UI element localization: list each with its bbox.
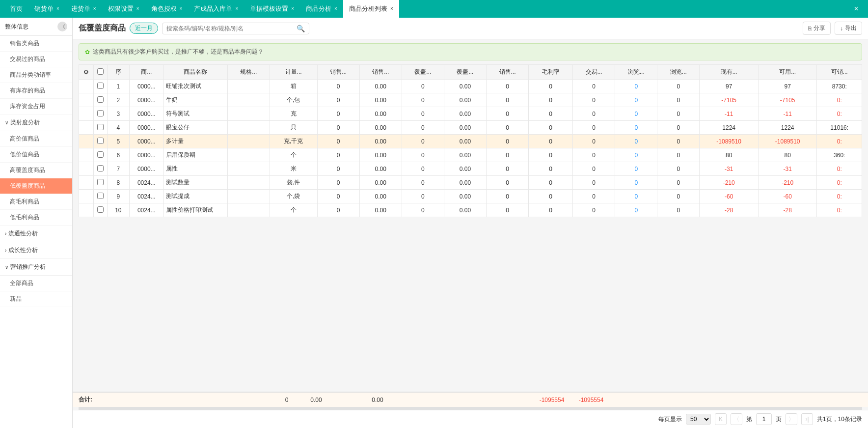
sidebar-item-high-coverage[interactable]: 高覆盖度商品	[0, 163, 72, 178]
sidebar-section-marketing[interactable]: ∨ 营销推广分析	[0, 259, 72, 276]
col-code-header[interactable]: 商...	[129, 65, 163, 80]
sidebar-item-low-margin[interactable]: 低毛利商品	[0, 210, 72, 226]
select-all-checkbox[interactable]	[97, 68, 104, 75]
col-trade-header[interactable]: 交易...	[573, 65, 615, 80]
sidebar-item-low-value[interactable]: 低价值商品	[0, 147, 72, 163]
sidebar-item-category-rate[interactable]: 商品分类动销率	[0, 67, 72, 83]
nav-role-close[interactable]: ×	[180, 0, 183, 18]
name-cell: 牛奶	[163, 93, 227, 107]
sidebar-item-new-goods[interactable]: 新品	[0, 291, 72, 307]
b2-cell: 0	[657, 93, 700, 107]
next-page-btn[interactable]: 〉	[786, 413, 797, 425]
sellable-cell: 0:	[817, 203, 862, 217]
last-page-btn[interactable]: ›|	[801, 413, 813, 425]
sidebar-item-sales-goods[interactable]: 销售类商品	[0, 36, 72, 52]
col-spec-header[interactable]: 规格...	[227, 65, 270, 80]
export-btn[interactable]: ↓ 导出	[835, 22, 862, 35]
margin-cell: 0	[529, 176, 573, 190]
seq-cell: 7	[108, 162, 130, 176]
settings-cell	[79, 162, 94, 176]
sidebar-item-traded-goods[interactable]: 交易过的商品	[0, 52, 72, 67]
spec-cell	[227, 107, 270, 121]
col-sales1-header[interactable]: 销售...	[317, 65, 359, 80]
nav-permission-close[interactable]: ×	[136, 0, 139, 18]
nav-permission[interactable]: 权限设置 ×	[102, 0, 145, 18]
col-sales3-header[interactable]: 销售...	[486, 65, 528, 80]
sidebar-section-class[interactable]: ∨ 类射度分析	[0, 114, 72, 131]
nav-sales-close[interactable]: ×	[56, 0, 59, 18]
nav-purchase[interactable]: 进货单 ×	[65, 0, 102, 18]
sidebar-section-flow[interactable]: › 流通性分析	[0, 226, 72, 242]
unit-cell: 个	[270, 203, 317, 217]
nav-analysis[interactable]: 商品分析 ×	[300, 0, 343, 18]
current-cell: -7105	[700, 93, 759, 107]
code-cell: 0024...	[129, 203, 163, 217]
share-btn[interactable]: ⎘ 分享	[803, 22, 831, 35]
col-browse1-header[interactable]: 浏览...	[615, 65, 657, 80]
col-sellable-header[interactable]: 可销...	[817, 65, 862, 80]
s3-cell: 0	[486, 135, 528, 148]
nav-purchase-close[interactable]: ×	[93, 0, 96, 18]
col-available-header[interactable]: 可用...	[758, 65, 817, 80]
col-current-header[interactable]: 现有...	[700, 65, 759, 80]
check-cell	[94, 176, 108, 190]
table-wrapper[interactable]: ⚙ 序 商... 商品名称 规格... 计量... 销售... 销售... 覆盖…	[79, 64, 862, 392]
b1-cell: 0	[615, 190, 657, 203]
nav-template[interactable]: 单据模板设置 ×	[244, 0, 300, 18]
sidebar-item-high-value[interactable]: 高价值商品	[0, 131, 72, 147]
check-cell	[94, 80, 108, 93]
sidebar-collapse-btn[interactable]: 《	[57, 22, 67, 31]
first-page-btn[interactable]: K	[715, 413, 727, 425]
sidebar-item-low-coverage[interactable]: 低覆盖度商品	[0, 178, 72, 194]
col-seq-header: 序	[108, 65, 130, 80]
page-size-select[interactable]: 50 100 200	[686, 414, 711, 425]
nav-home[interactable]: 首页	[4, 0, 28, 18]
col-cover2-header[interactable]: 覆盖...	[444, 65, 486, 80]
seq-cell: 8	[108, 176, 130, 190]
current-cell: 1224	[700, 121, 759, 135]
date-filter-btn[interactable]: 近一月	[130, 23, 158, 34]
available-cell: 97	[758, 80, 817, 93]
col-name-header[interactable]: 商品名称	[163, 65, 227, 80]
code-cell: 0000...	[129, 80, 163, 93]
nav-analysis-list[interactable]: 商品分析列表 ×	[343, 0, 399, 18]
col-browse2-header[interactable]: 浏览...	[657, 65, 700, 80]
nav-analysis-close[interactable]: ×	[334, 0, 337, 18]
nav-product-in[interactable]: 产成品入库单 ×	[188, 0, 244, 18]
s2-cell: 0.00	[359, 190, 402, 203]
nav-product-in-close[interactable]: ×	[235, 0, 238, 18]
s1-cell: 0	[317, 203, 359, 217]
col-cover1-header[interactable]: 覆盖...	[402, 65, 444, 80]
search-input[interactable]	[166, 25, 297, 32]
page-input[interactable]	[756, 413, 772, 425]
sidebar-item-high-margin[interactable]: 高毛利商品	[0, 194, 72, 210]
export-icon: ↓	[840, 25, 843, 32]
nav-sales[interactable]: 销货单 ×	[28, 0, 65, 18]
sidebar-section-growth[interactable]: › 成长性分析	[0, 242, 72, 259]
name-cell: 属性	[163, 162, 227, 176]
info-icon: ✿	[85, 49, 90, 56]
name-cell: 属性价格打印测试	[163, 203, 227, 217]
col-check-header[interactable]	[94, 65, 108, 80]
col-settings-header[interactable]: ⚙	[79, 65, 94, 80]
spec-cell	[227, 135, 270, 148]
sidebar-item-stock-capital[interactable]: 库存资金占用	[0, 99, 72, 114]
sidebar-header: 整体信息 《	[0, 18, 72, 36]
col-margin-header[interactable]: 毛利率	[529, 65, 573, 80]
b2-cell: 0	[657, 148, 700, 162]
window-close-btn[interactable]: ×	[848, 0, 864, 18]
s1-cell: 0	[317, 107, 359, 121]
nav-role[interactable]: 角色授权 ×	[145, 0, 189, 18]
spec-cell	[227, 121, 270, 135]
nav-home-label: 首页	[10, 0, 23, 18]
unit-cell: 箱	[270, 80, 317, 93]
s1-cell: 0	[317, 93, 359, 107]
sidebar-item-all-goods[interactable]: 全部商品	[0, 276, 72, 291]
nav-template-close[interactable]: ×	[291, 0, 294, 18]
sidebar-item-stock-goods[interactable]: 有库存的商品	[0, 83, 72, 99]
col-unit-header[interactable]: 计量...	[270, 65, 317, 80]
nav-analysis-list-close[interactable]: ×	[390, 0, 393, 18]
col-sales2-header[interactable]: 销售...	[359, 65, 402, 80]
prev-page-btn[interactable]: 〈	[731, 413, 742, 425]
s1-cell: 0	[317, 80, 359, 93]
